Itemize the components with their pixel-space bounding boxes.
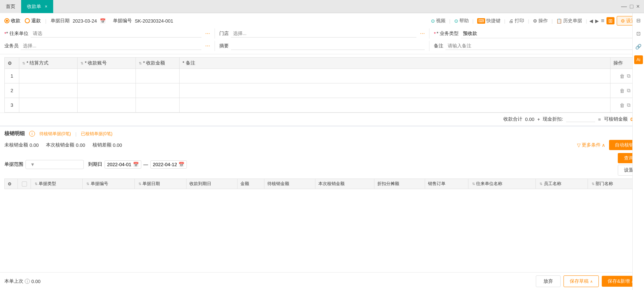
sort-employee-icon[interactable]: ⇅ — [539, 182, 542, 186]
range-arrow-icon: ▼ — [30, 162, 35, 167]
sort-doc-no-icon[interactable]: ⇅ — [86, 182, 89, 186]
pending-tab[interactable]: 待核销单据(0笔) — [39, 131, 71, 137]
sort-doc-date-icon[interactable]: ⇅ — [138, 182, 141, 186]
sidebar-ai-icon[interactable]: Ai — [634, 55, 643, 64]
sort-counterparty-icon[interactable]: ⇅ — [472, 182, 475, 186]
sidebar-table-icon[interactable]: ⊟ — [634, 16, 643, 25]
date-from-value: 2022-04-01 — [107, 162, 131, 167]
store-label: 门店 — [219, 30, 229, 37]
sidebar-link-icon[interactable]: 🔗 — [634, 42, 643, 51]
store-input[interactable] — [231, 30, 416, 38]
salesperson-input[interactable] — [21, 42, 201, 50]
calendar-icon[interactable]: 📅 — [100, 18, 106, 24]
row2-account[interactable] — [78, 83, 136, 98]
row3-remark[interactable] — [180, 98, 610, 113]
remark-input[interactable] — [445, 42, 640, 50]
sidebar-grid-icon[interactable]: ⊡ — [634, 29, 643, 38]
table-row: 3 🗑 ⧉ — [5, 98, 640, 113]
tab-close-icon[interactable]: × — [45, 0, 47, 13]
row2-remark[interactable] — [180, 83, 610, 98]
row1-account[interactable] — [78, 69, 136, 83]
row1-settle[interactable] — [19, 69, 78, 83]
range-select[interactable]: ▼ — [25, 160, 84, 169]
shortcut-btn[interactable]: ⌨ 快捷键 — [476, 17, 502, 25]
minimize-icon[interactable]: — — [621, 3, 627, 10]
tab-active[interactable]: 收款单 × — [21, 0, 53, 13]
row2-delete-icon[interactable]: 🗑 — [620, 88, 625, 94]
operate-label: 操作 — [538, 17, 548, 24]
store-more-icon[interactable]: ··· — [420, 30, 425, 37]
remark-label: 备注 — [434, 43, 443, 49]
counterparty-more-icon[interactable]: ··· — [205, 30, 210, 37]
col-checkbox[interactable] — [18, 179, 31, 189]
sort-account-icon[interactable]: ⇅ — [80, 61, 83, 65]
date-from-cal-icon[interactable]: 📅 — [133, 162, 139, 167]
row2-amount[interactable] — [136, 83, 180, 98]
tab-sep: | — [75, 131, 76, 137]
range-select-group: 单据范围 ▼ — [4, 160, 84, 169]
nav-prev-icon[interactable]: ◀ — [589, 18, 593, 24]
radio-refund-dot — [25, 18, 30, 23]
history-icon: 📋 — [556, 18, 562, 24]
row3-account[interactable] — [78, 98, 136, 113]
footer-info-icon[interactable]: i — [25, 279, 30, 284]
discount-input[interactable] — [566, 116, 595, 122]
radio-refund[interactable]: 退款 — [25, 17, 41, 24]
date-to-value: 2022-04-12 — [153, 162, 177, 167]
select-all-checkbox[interactable] — [22, 181, 27, 187]
main-content: 收款 退款 | 单据日期 2023-03-24 📅 单据编号 SK-202303… — [0, 13, 644, 290]
help-btn[interactable]: ⊙ 帮助 — [453, 17, 470, 25]
row2-settle[interactable] — [19, 83, 78, 98]
row2-copy-icon[interactable]: ⧉ — [627, 87, 631, 94]
sort-amount-icon[interactable]: ⇅ — [139, 61, 142, 65]
print-btn[interactable]: 🖨 打印 — [507, 17, 526, 25]
diff-item: 核销差额 0.00 — [93, 142, 122, 148]
sort-dept-icon[interactable]: ⇅ — [592, 182, 594, 186]
date-to-field[interactable]: 2022-04-12 📅 — [150, 160, 187, 169]
summary-input[interactable] — [231, 42, 425, 50]
row1-amount[interactable] — [136, 69, 180, 83]
row3-delete-icon[interactable]: 🗑 — [620, 102, 625, 108]
nav-next-icon[interactable]: ▶ — [595, 18, 599, 24]
current-next-label: 本单上次 — [4, 278, 23, 285]
history-btn[interactable]: 📋 历史单据 — [555, 17, 584, 25]
col-settings-bottom[interactable]: ⚙ — [5, 179, 18, 189]
video-btn[interactable]: ⊙ 视频 — [429, 17, 447, 25]
sort-settle-icon[interactable]: ⇅ — [22, 61, 25, 65]
salesperson-more-icon[interactable]: ··· — [205, 43, 210, 49]
col-amount: 金额 — [237, 179, 264, 189]
date-from-field[interactable]: 2022-04-01 📅 — [105, 160, 141, 169]
available-label: 可核销金额 — [604, 116, 628, 122]
total-label: 收款合计 — [503, 116, 522, 122]
col-settings-header[interactable]: ⚙ — [5, 58, 19, 69]
draft-btn[interactable]: 保存草稿 ∧ — [564, 275, 599, 287]
col-current-amount: 本次核销金额 — [315, 179, 374, 189]
verify-info-icon[interactable]: i — [29, 131, 35, 137]
maximize-icon[interactable]: □ — [630, 3, 633, 10]
discard-btn[interactable]: 放弃 — [536, 275, 561, 287]
business-type-required: * — [434, 31, 436, 36]
row1-copy-icon[interactable]: ⧉ — [627, 73, 631, 79]
date-to-cal-icon[interactable]: 📅 — [178, 162, 184, 167]
radio-receive[interactable]: 收款 — [4, 17, 20, 24]
operate-btn[interactable]: ⚙ 操作 — [531, 17, 549, 25]
cleared-tab[interactable]: 已核销单据(0笔) — [81, 131, 113, 137]
more-conditions-btn[interactable]: ▽ 更多条件 ∧ — [577, 142, 605, 148]
row1-remark[interactable] — [180, 69, 610, 83]
summary-label: 摘要 — [219, 43, 229, 49]
row3-amount[interactable] — [136, 98, 180, 113]
grid-view-icon[interactable]: ⊞ — [606, 17, 614, 24]
list-view-icon[interactable]: ≡ — [601, 17, 604, 24]
tab-home[interactable]: 首页 — [0, 0, 21, 13]
business-type-select[interactable]: 预收款 ▼ — [461, 29, 640, 38]
sort-doc-type-icon[interactable]: ⇅ — [35, 182, 38, 186]
shortcut-label: 快捷键 — [486, 17, 500, 24]
row1-delete-icon[interactable]: 🗑 — [620, 73, 625, 79]
summary-group: 摘要 — [219, 42, 425, 50]
filter-icon: ▽ — [577, 142, 581, 148]
row3-copy-icon[interactable]: ⧉ — [627, 102, 631, 108]
counterparty-input[interactable] — [31, 30, 202, 38]
close-window-icon[interactable]: × — [636, 3, 640, 10]
verify-stats: 未核销金额 0.00 本次核销金额 0.00 核销差额 0.00 ▽ 更多条件 … — [4, 140, 640, 150]
row3-settle[interactable] — [19, 98, 78, 113]
